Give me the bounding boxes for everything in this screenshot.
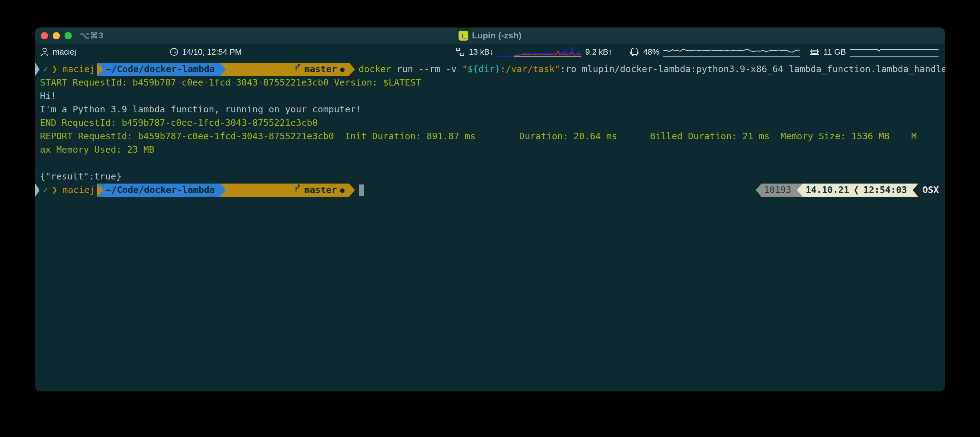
network-icon bbox=[455, 47, 465, 57]
history-number: 10193 bbox=[764, 183, 791, 197]
git-branch-label: master bbox=[304, 183, 337, 197]
output-line-report-wrap: ax Memory Used: 23 MB bbox=[40, 143, 940, 156]
terminal-window[interactable]: ⌥⌘3 ❯_ Lupin (-zsh) maciej bbox=[35, 27, 945, 391]
zoom-button[interactable] bbox=[65, 32, 72, 39]
prompt-status-segment: ✓❯maciej bbox=[40, 63, 97, 76]
cursor-block bbox=[359, 185, 364, 196]
network-indicator: 13 kB↓ 9.2 kB↑ bbox=[455, 46, 612, 58]
date-label: 14.10.21 bbox=[806, 183, 849, 197]
command-text: docker run --rm -v "${dir}:/var/task":ro… bbox=[359, 62, 945, 76]
powerline-separator-icon bbox=[220, 183, 226, 197]
git-branch-label: master bbox=[304, 62, 337, 76]
prompt-edge-arrow-icon bbox=[35, 183, 40, 197]
prompt-edge-arrow-icon bbox=[35, 63, 40, 76]
output-line-blank bbox=[40, 156, 940, 170]
check-icon: ✓ bbox=[43, 62, 48, 76]
powerline-separator-icon bbox=[797, 183, 802, 197]
powerline-separator-icon bbox=[756, 183, 761, 197]
traffic-lights bbox=[41, 32, 72, 39]
prompt-chevron-icon: ❯ bbox=[52, 183, 57, 197]
command-string: :/var/task" bbox=[500, 64, 560, 74]
powerline-separator-icon bbox=[349, 183, 355, 197]
prompt-path-segment: ~/Code/docker-lambda bbox=[103, 183, 220, 197]
command-quote: " bbox=[462, 64, 467, 74]
prompt-path: ~/Code/docker-lambda bbox=[106, 183, 215, 197]
prompt-path: ~/Code/docker-lambda bbox=[106, 62, 215, 76]
minimize-button[interactable] bbox=[53, 32, 60, 39]
history-number-segment: 10193 bbox=[761, 183, 797, 197]
output-line-report: REPORT RequestId: b459b787-c0ee-1fcd-304… bbox=[40, 129, 940, 143]
net-down-label: 13 kB↓ bbox=[469, 47, 494, 57]
prompt-user: maciej bbox=[62, 62, 95, 76]
network-graph bbox=[497, 46, 581, 58]
cpu-label: 48% bbox=[643, 47, 659, 57]
output-line-start: START RequestId: b459b787-c0ee-1fcd-3043… bbox=[40, 76, 940, 89]
cpu-indicator: 48% bbox=[629, 46, 800, 58]
window-shortcut-label: ⌥⌘3 bbox=[80, 30, 103, 41]
output-line-result: {"result":true} bbox=[40, 170, 940, 183]
output-line-end: END RequestId: b459b787-c0ee-1fcd-3043-8… bbox=[40, 116, 940, 129]
prompt-path-segment: ~/Code/docker-lambda bbox=[103, 63, 220, 76]
user-label: maciej bbox=[53, 47, 76, 57]
close-button[interactable] bbox=[41, 32, 48, 39]
prompt-line-1: ✓❯maciej ~/Code/docker-lambda master● do… bbox=[35, 62, 940, 76]
prompt-user: maciej bbox=[62, 183, 95, 197]
os-label: OSX bbox=[923, 183, 939, 197]
prompt-git-segment: master● bbox=[226, 183, 349, 197]
cpu-graph bbox=[663, 46, 800, 58]
git-dirty-dot-icon: ● bbox=[340, 65, 344, 73]
os-label-segment: OSX bbox=[918, 183, 940, 197]
title-bar[interactable]: ⌥⌘3 ❯_ Lupin (-zsh) bbox=[35, 27, 945, 44]
right-prompt: 10193 14.10.21❮12:54:03 OSX bbox=[756, 183, 940, 197]
command-variable: ${dir} bbox=[468, 64, 500, 74]
user-indicator: maciej bbox=[40, 47, 76, 57]
cpu-icon bbox=[629, 47, 640, 57]
terminal-app-icon: ❯_ bbox=[458, 31, 468, 41]
prompt-line-2: ✓❯maciej ~/Code/docker-lambda master● bbox=[35, 183, 940, 197]
powerline-separator-icon bbox=[97, 63, 103, 76]
git-dirty-dot-icon: ● bbox=[340, 187, 344, 194]
prompt-git-segment: master● bbox=[226, 63, 349, 76]
powerline-separator-icon bbox=[913, 183, 918, 197]
memory-label: 11 GB bbox=[823, 47, 846, 57]
user-icon bbox=[40, 47, 49, 56]
terminal-screen[interactable]: ✓❯maciej ~/Code/docker-lambda master● do… bbox=[35, 60, 945, 391]
git-branch-icon bbox=[228, 170, 301, 210]
memory-indicator: 11 GB bbox=[809, 46, 939, 58]
time-label: 12:54:03 bbox=[863, 183, 907, 197]
net-up-label: 9.2 kB↑ bbox=[585, 47, 612, 57]
clock-icon bbox=[170, 48, 178, 56]
command-args: :ro mlupin/docker-lambda:python3.9-x86_6… bbox=[560, 64, 945, 74]
powerline-separator-icon bbox=[97, 183, 103, 197]
desktop: ⌥⌘3 ❯_ Lupin (-zsh) maciej bbox=[0, 0, 980, 437]
powerline-separator-icon bbox=[220, 63, 226, 76]
prompt-status-segment: ✓❯maciej bbox=[40, 183, 97, 197]
ram-icon bbox=[809, 47, 820, 56]
powerline-separator-icon bbox=[349, 63, 355, 76]
command-name: docker bbox=[359, 64, 391, 74]
chevron-left-icon: ❮ bbox=[853, 182, 859, 199]
output-line: I'm a Python 3.9 lambda function, runnin… bbox=[40, 103, 940, 116]
datetime-segment: 14.10.21❮12:54:03 bbox=[802, 183, 913, 197]
window-title: Lupin (-zsh) bbox=[472, 30, 522, 41]
status-bar: maciej 14/10, 12:54 PM 13 kB↓ bbox=[35, 44, 945, 60]
window-title-area: ❯_ Lupin (-zsh) bbox=[458, 30, 522, 41]
prompt-chevron-icon: ❯ bbox=[52, 62, 57, 76]
memory-graph bbox=[850, 46, 939, 58]
command-args: run --rm -v bbox=[391, 64, 462, 74]
check-icon: ✓ bbox=[43, 183, 48, 197]
output-line: Hi! bbox=[40, 89, 940, 103]
